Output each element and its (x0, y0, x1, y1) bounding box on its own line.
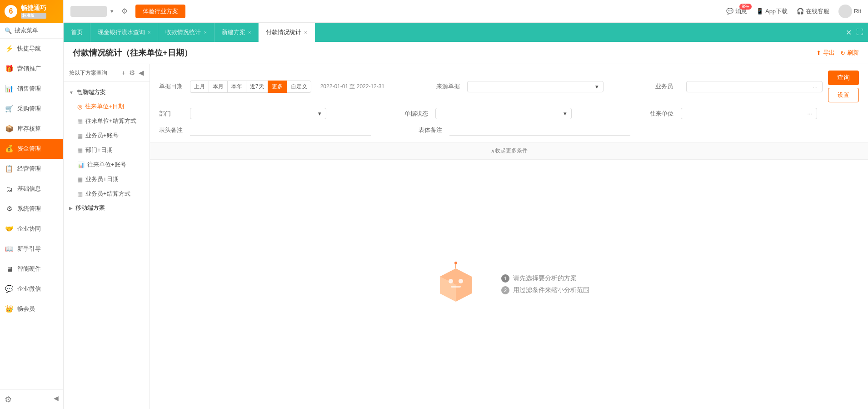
tab-fullscreen-btn[interactable]: ⛶ (856, 28, 863, 36)
search-icon: 🔍 (5, 27, 12, 34)
scheme-item-5[interactable]: ▦ 业务员+日期 (64, 172, 150, 187)
scheme-item-label-5: 业务员+日期 (85, 175, 119, 183)
tab-home-label: 首页 (71, 28, 83, 36)
scheme-collapse-btn[interactable]: ◀ (139, 69, 144, 77)
app-download-label: App下载 (765, 7, 788, 15)
scheme-settings-btn[interactable]: ⚙ (129, 69, 135, 77)
sidebar-settings-btn[interactable]: ⚙ (5, 394, 12, 404)
sidebar-logo: 6 畅捷通巧 标准版 (0, 0, 63, 23)
filter-area: 单据日期 上月 本月 本年 近7天 更多 自定义 2022-01-01 至 20… (150, 64, 868, 409)
empty-step-2: 2 用过滤条件来缩小分析范围 (501, 286, 589, 294)
sidebar-collapse-btn[interactable]: ◀ (54, 394, 59, 404)
date-btn-more[interactable]: 更多 (268, 81, 287, 93)
dept-select[interactable]: ▾ (190, 108, 326, 119)
tab-home[interactable]: 首页 (64, 23, 90, 42)
tab-bank-flow-label: 现金银行流水查询 (98, 28, 145, 36)
sidebar-item-finance[interactable]: 💰 资金管理 (0, 139, 63, 159)
scheme-item-0[interactable]: ◎ 往来单位+日期 (64, 99, 150, 114)
collapse-bar[interactable]: ∧ 收起更多条件 (150, 142, 868, 160)
notifications-badge: 99+ (739, 4, 752, 10)
tab-close-all-btn[interactable]: ✕ (846, 28, 852, 37)
sidebar-item-label: 营销推广 (17, 65, 41, 73)
tab-collection-close[interactable]: × (204, 30, 206, 35)
scheme-item-label-4: 往来单位+账号 (87, 161, 126, 169)
header-note-input[interactable] (190, 125, 371, 136)
source-select[interactable]: ▾ (467, 81, 604, 92)
sidebar-item-hardware[interactable]: 🖥 智能硬件 (0, 259, 63, 279)
tab-bank-flow[interactable]: 现金银行流水查询 × (90, 23, 158, 42)
scheme-item-6[interactable]: ▦ 业务员+结算方式 (64, 187, 150, 201)
collapse-icon: ∧ (491, 147, 495, 155)
sidebar-item-label: 销售管理 (17, 85, 41, 93)
body-note-input[interactable] (449, 125, 631, 136)
tab-collection-stats-label: 收款情况统计 (165, 28, 201, 36)
date-btn-7days[interactable]: 近7天 (246, 81, 268, 93)
sidebar-item-guide[interactable]: 📖 新手引导 (0, 239, 63, 259)
logo-icon: 6 (5, 5, 17, 18)
search-label: 搜索菜单 (15, 26, 38, 35)
sidebar-item-operations[interactable]: 📋 经营管理 (0, 159, 63, 179)
date-btn-last-month[interactable]: 上月 (190, 81, 209, 93)
date-btn-this-year[interactable]: 本年 (227, 81, 246, 93)
sidebar-item-marketing[interactable]: 🎁 营销推广 (0, 59, 63, 79)
dept-label: 部门 (159, 110, 185, 118)
scheme-item-1[interactable]: ▦ 往来单位+结算方式 (64, 114, 150, 128)
topbar-settings-btn[interactable]: ⚙ (118, 5, 131, 18)
sidebar-item-label: 采购管理 (17, 105, 41, 113)
online-service-btn[interactable]: 🎧 在线客服 (797, 7, 829, 15)
topbar: ▾ ⚙ 体验行业方案 💬 消息 99+ 📱 App下载 🎧 在线客服 Rit (64, 0, 868, 23)
doc-status-select[interactable]: ▾ (435, 108, 572, 119)
user-avatar[interactable]: Rit (838, 5, 861, 18)
notifications-btn[interactable]: 💬 消息 99+ (726, 7, 747, 15)
sidebar-item-sales[interactable]: 📊 销售管理 (0, 79, 63, 99)
sidebar-item-basic-info[interactable]: 🗂 基础信息 (0, 179, 63, 199)
settings-button[interactable]: 设置 (828, 88, 859, 102)
sidebar-item-member[interactable]: 👑 畅会员 (0, 299, 63, 319)
sidebar-item-wechat[interactable]: 💬 企业微信 (0, 279, 63, 299)
date-btn-this-month[interactable]: 本月 (209, 81, 227, 93)
scheme-item-icon-3: ▦ (77, 147, 83, 154)
salesperson-select[interactable]: ··· (686, 81, 823, 92)
scheme-panel: 按以下方案查询 + ⚙ ◀ ▼ 电脑端方案 ◎ 往来单位+日期 (64, 64, 150, 409)
query-button[interactable]: 查询 (828, 71, 859, 85)
topbar-brand: ▾ (70, 6, 114, 17)
export-btn[interactable]: ⬆ 导出 (816, 49, 835, 57)
collapse-label: 收起更多条件 (495, 147, 528, 155)
tab-collection-stats[interactable]: 收款情况统计 × (158, 23, 214, 42)
logo-name: 畅捷通巧 (21, 4, 46, 12)
sidebar-item-inventory[interactable]: 📦 库存核算 (0, 119, 63, 139)
scheme-item-4[interactable]: 📊 往来单位+账号 (64, 157, 150, 172)
app-icon: 📱 (756, 8, 763, 15)
scheme-item-3[interactable]: ▦ 部门+日期 (64, 143, 150, 157)
sidebar-item-enterprise[interactable]: 🤝 企业协同 (0, 219, 63, 239)
tab-payment-close[interactable]: × (304, 30, 307, 35)
step2-num: 2 (501, 286, 509, 294)
sidebar-item-system[interactable]: ⚙ 系统管理 (0, 199, 63, 219)
doc-status-label: 单据状态 (404, 110, 430, 118)
sidebar-item-label: 畅会员 (17, 305, 35, 313)
scheme-add-btn[interactable]: + (121, 69, 125, 77)
app-download-btn[interactable]: 📱 App下载 (756, 7, 788, 15)
tab-payment-stats[interactable]: 付款情况统计 × (259, 23, 314, 42)
scheme-header-icons: + ⚙ ◀ (121, 69, 144, 77)
scheme-item-icon-6: ▦ (77, 191, 83, 197)
tab-new-scheme-close[interactable]: × (248, 30, 251, 35)
partner-select[interactable]: ··· (681, 108, 817, 119)
sidebar-item-purchase[interactable]: 🛒 采购管理 (0, 99, 63, 119)
inventory-icon: 📦 (5, 124, 14, 133)
scheme-group-pc[interactable]: ▼ 电脑端方案 (64, 86, 150, 99)
sidebar-item-quick-nav[interactable]: ⚡ 快捷导航 (0, 39, 63, 59)
tab-bank-flow-close[interactable]: × (148, 30, 150, 35)
page: 付款情况统计（往来单位+日期） ⬆ 导出 ↻ 刷新 按以下方案查询 + (64, 42, 868, 409)
topbar-dropdown-icon[interactable]: ▾ (110, 8, 114, 15)
scheme-group-mobile[interactable]: ▶ 移动端方案 (64, 201, 150, 215)
content-area: 按以下方案查询 + ⚙ ◀ ▼ 电脑端方案 ◎ 往来单位+日期 (64, 64, 868, 409)
date-btn-custom[interactable]: 自定义 (287, 81, 311, 93)
tab-new-scheme[interactable]: 新建方案 × (215, 23, 259, 42)
refresh-btn[interactable]: ↻ 刷新 (840, 49, 859, 57)
search-menu[interactable]: 🔍 搜索菜单 (0, 23, 63, 39)
trial-btn[interactable]: 体验行业方案 (135, 5, 185, 18)
guide-icon: 📖 (5, 244, 14, 253)
scheme-item-2[interactable]: ▦ 业务员+账号 (64, 128, 150, 143)
svg-rect-6 (451, 286, 461, 288)
